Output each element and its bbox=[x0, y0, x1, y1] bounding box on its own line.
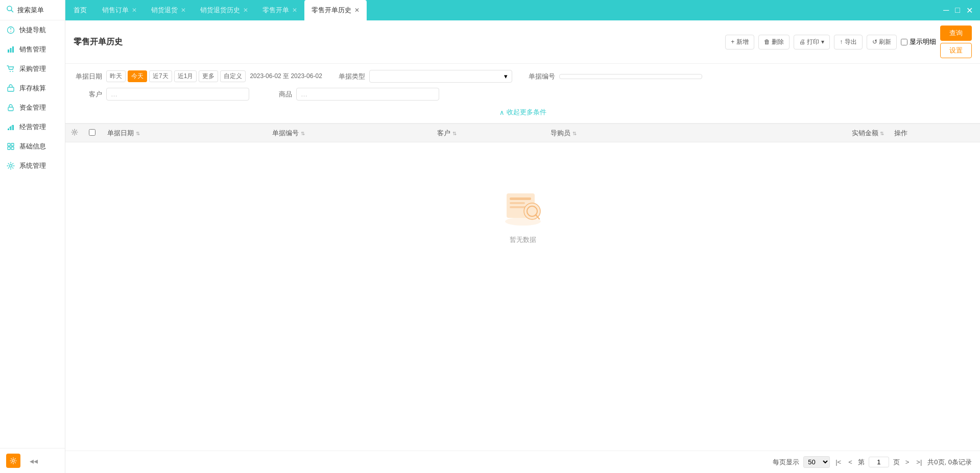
tab-sales-return[interactable]: 销货退货 ✕ bbox=[144, 0, 193, 20]
search-icon bbox=[6, 5, 14, 15]
svg-point-8 bbox=[10, 71, 11, 72]
tab-retail-open-history[interactable]: 零售开单历史 ✕ bbox=[304, 0, 367, 20]
date-custom-btn[interactable]: 自定义 bbox=[220, 70, 246, 82]
per-page-select[interactable]: 50 10 20 100 bbox=[803, 456, 830, 468]
sidebar-search[interactable]: 搜索菜单 bbox=[0, 0, 65, 20]
sort-icon: ⇅ bbox=[452, 131, 457, 136]
th-doc-date[interactable]: 单据日期 ⇅ bbox=[102, 124, 267, 142]
box-icon bbox=[6, 84, 15, 93]
tab-close-icon[interactable]: ✕ bbox=[181, 7, 186, 14]
tab-close-icon[interactable]: ✕ bbox=[292, 7, 297, 14]
page-label: 页 bbox=[893, 458, 900, 467]
compass-icon bbox=[6, 26, 15, 35]
th-checkbox[interactable] bbox=[84, 124, 102, 142]
tab-sales-order[interactable]: 销售订单 ✕ bbox=[95, 0, 144, 20]
last-page-btn[interactable]: >| bbox=[915, 458, 923, 466]
doc-no-input[interactable] bbox=[559, 74, 702, 79]
svg-rect-17 bbox=[8, 147, 10, 150]
th-customer[interactable]: 客户 ⇅ bbox=[432, 124, 546, 142]
svg-point-19 bbox=[10, 165, 12, 167]
svg-rect-18 bbox=[11, 147, 14, 150]
display-detail-checkbox[interactable] bbox=[901, 39, 907, 45]
empty-icon bbox=[497, 183, 548, 229]
th-actual-amount[interactable]: 实销金额 ⇅ bbox=[724, 124, 889, 142]
sidebar-item-label: 基础信息 bbox=[19, 142, 46, 151]
th-settings[interactable] bbox=[65, 124, 84, 142]
th-spacer bbox=[685, 124, 724, 142]
print-label: 🖨 打印 bbox=[799, 38, 819, 46]
date-yesterday-btn[interactable]: 昨天 bbox=[106, 70, 126, 82]
tab-home-label: 首页 bbox=[74, 6, 87, 15]
page-header: 零售开单历史 + 新增 🗑 删除 🖨 打印 ▾ ↑ 导出 ↺ 刷新 bbox=[65, 20, 980, 64]
export-button[interactable]: ↑ 导出 bbox=[834, 35, 862, 49]
date-more-btn[interactable]: 更多 bbox=[199, 70, 218, 82]
goods-input[interactable]: … bbox=[296, 88, 439, 101]
sidebar-item-label: 采购管理 bbox=[19, 64, 46, 73]
collapse-button[interactable]: ∧ 收起更多条件 bbox=[499, 108, 546, 117]
content-area: 零售开单历史 + 新增 🗑 删除 🖨 打印 ▾ ↑ 导出 ↺ 刷新 bbox=[65, 20, 980, 473]
tab-label: 销货退货 bbox=[151, 6, 178, 15]
collapse-sidebar-button[interactable]: ◂◂ bbox=[27, 454, 41, 468]
sidebar-search-label: 搜索菜单 bbox=[17, 6, 44, 15]
customer-input[interactable]: … bbox=[106, 88, 249, 101]
sidebar-item-operations[interactable]: 经营管理 bbox=[0, 117, 65, 137]
table-area: 单据日期 ⇅ 单据编号 ⇅ 客户 ⇅ 导购员 ⇅ bbox=[65, 123, 980, 451]
tab-home[interactable]: 首页 bbox=[65, 0, 95, 20]
date-label: 单据日期 bbox=[74, 72, 102, 81]
th-salesperson[interactable]: 导购员 ⇅ bbox=[545, 124, 685, 142]
tab-retail-open[interactable]: 零售开单 ✕ bbox=[255, 0, 304, 20]
th-action: 操作 bbox=[889, 124, 980, 142]
th-actual-amount-label: 实销金额 bbox=[852, 129, 878, 137]
tab-sales-return-history[interactable]: 销货退货历史 ✕ bbox=[193, 0, 255, 20]
select-all-checkbox[interactable] bbox=[89, 129, 95, 136]
pagination: 每页显示 50 10 20 100 |< < 第 页 > >| 共0页, 0条记… bbox=[65, 451, 980, 473]
doc-type-select[interactable]: ▾ bbox=[369, 70, 512, 83]
display-detail-toggle[interactable]: 显示明细 bbox=[901, 37, 936, 46]
sidebar: 搜索菜单 快捷导航 销售管理 采购管理 库存核算 资金管理 经营管理 bbox=[0, 0, 65, 473]
setting-button[interactable]: 设置 bbox=[940, 43, 972, 58]
empty-state: 暂无数据 bbox=[65, 142, 980, 285]
window-maximize-button[interactable]: □ bbox=[953, 6, 962, 15]
collapse-label: 收起更多条件 bbox=[507, 108, 546, 117]
add-button[interactable]: + 新增 bbox=[725, 35, 754, 49]
page-title: 零售开单历史 bbox=[74, 37, 123, 47]
date-today-btn[interactable]: 今天 bbox=[128, 70, 147, 82]
window-close-button[interactable]: ✕ bbox=[964, 6, 975, 15]
sidebar-item-sys-mgmt[interactable]: 系统管理 bbox=[0, 156, 65, 176]
first-page-btn[interactable]: |< bbox=[834, 458, 843, 466]
sidebar-item-basic-info[interactable]: 基础信息 bbox=[0, 137, 65, 156]
th-doc-no[interactable]: 单据编号 ⇅ bbox=[267, 124, 432, 142]
next-page-btn[interactable]: > bbox=[904, 458, 911, 466]
filter-area: 单据日期 昨天 今天 近7天 近1月 更多 bbox=[65, 64, 980, 123]
delete-button[interactable]: 🗑 删除 bbox=[758, 35, 790, 49]
sidebar-item-quick-nav[interactable]: 快捷导航 bbox=[0, 20, 65, 40]
tab-close-icon[interactable]: ✕ bbox=[354, 7, 360, 14]
date-last-month-btn[interactable]: 近1月 bbox=[174, 70, 197, 82]
sidebar-item-inventory[interactable]: 库存核算 bbox=[0, 79, 65, 98]
per-page-label: 每页显示 bbox=[773, 458, 799, 467]
tab-close-icon[interactable]: ✕ bbox=[243, 7, 248, 14]
settings-icon bbox=[6, 161, 15, 170]
svg-point-20 bbox=[12, 460, 14, 462]
query-button[interactable]: 查询 bbox=[940, 26, 972, 41]
tab-close-icon[interactable]: ✕ bbox=[132, 7, 137, 14]
print-dropdown-icon: ▾ bbox=[821, 38, 824, 45]
th-doc-no-label: 单据编号 bbox=[272, 129, 299, 137]
page-number-input[interactable] bbox=[869, 457, 889, 467]
gear-button[interactable] bbox=[6, 454, 20, 468]
date-range-display: 2023-06-02 至 2023-06-02 bbox=[250, 72, 322, 81]
svg-point-21 bbox=[74, 131, 76, 133]
refresh-button[interactable]: ↺ 刷新 bbox=[867, 35, 897, 49]
sidebar-item-finance[interactable]: 资金管理 bbox=[0, 98, 65, 117]
export-label: ↑ 导出 bbox=[840, 38, 856, 46]
data-table: 单据日期 ⇅ 单据编号 ⇅ 客户 ⇅ 导购员 ⇅ bbox=[65, 123, 980, 142]
prev-page-btn[interactable]: < bbox=[847, 458, 854, 466]
sort-icon: ⇅ bbox=[136, 131, 140, 136]
date-last7-btn[interactable]: 近7天 bbox=[149, 70, 172, 82]
sidebar-item-purchase-mgmt[interactable]: 采购管理 bbox=[0, 59, 65, 79]
window-minimize-button[interactable]: ─ bbox=[941, 6, 951, 15]
tab-label: 零售开单 bbox=[262, 6, 289, 15]
sidebar-item-sales-mgmt[interactable]: 销售管理 bbox=[0, 40, 65, 59]
sort-icon: ⇅ bbox=[301, 131, 305, 136]
print-button[interactable]: 🖨 打印 ▾ bbox=[794, 35, 830, 49]
